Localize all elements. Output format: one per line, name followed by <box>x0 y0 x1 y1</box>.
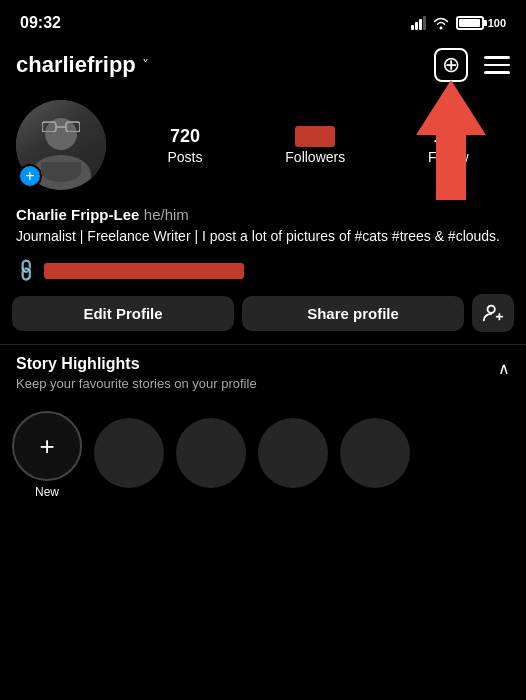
chevron-down-icon: ˅ <box>142 57 149 73</box>
username: charliefripp <box>16 52 136 78</box>
highlights-section: Story Highlights Keep your favourite sto… <box>0 344 526 399</box>
add-story-button[interactable]: + <box>18 164 42 188</box>
username-container[interactable]: charliefripp ˅ <box>16 52 149 78</box>
bio-description: Journalist | Freelance Writer | I post a… <box>16 226 510 247</box>
status-icons: 100 <box>411 16 506 30</box>
following-stat[interactable]: 108 Follow <box>428 126 468 165</box>
full-name: Charlie Fripp-Lee <box>16 206 139 223</box>
add-person-icon <box>482 302 504 324</box>
svg-rect-1 <box>66 122 80 132</box>
pronouns: he/him <box>144 206 189 223</box>
svg-point-3 <box>488 306 495 313</box>
header: charliefripp ˅ ⊕ <box>0 40 526 90</box>
followers-stat[interactable]: Followers <box>285 126 345 165</box>
story-4-container <box>340 418 410 492</box>
highlights-text: Story Highlights Keep your favourite sto… <box>16 355 257 393</box>
battery-icon <box>456 16 484 30</box>
highlights-title: Story Highlights <box>16 355 257 373</box>
add-icon: ⊕ <box>442 52 460 78</box>
new-story-container: + New <box>12 411 82 499</box>
highlights-header: Story Highlights Keep your favourite sto… <box>16 355 510 393</box>
followers-count <box>295 126 335 147</box>
stats-container: 720 Posts Followers 108 Follow <box>126 126 510 165</box>
link-icon: 🔗 <box>12 257 40 285</box>
add-person-button[interactable] <box>472 294 514 332</box>
status-time: 09:32 <box>20 14 61 32</box>
followers-label: Followers <box>285 149 345 165</box>
chevron-up-icon[interactable]: ∧ <box>498 355 510 378</box>
story-circle-2[interactable] <box>176 418 246 488</box>
story-2-container <box>176 418 246 492</box>
battery-container: 100 <box>456 16 506 30</box>
glasses-icon <box>42 120 80 132</box>
following-label: Follow <box>428 149 468 165</box>
bio-name-row: Charlie Fripp-Lee he/him <box>16 206 510 224</box>
header-actions: ⊕ <box>434 48 510 82</box>
wifi-icon <box>432 16 450 30</box>
posts-stat: 720 Posts <box>167 126 202 165</box>
story-1-container <box>94 418 164 492</box>
link-section: 🔗 <box>0 257 526 290</box>
profile-link[interactable] <box>44 263 244 279</box>
menu-icon <box>484 56 510 59</box>
edit-profile-button[interactable]: Edit Profile <box>12 296 234 331</box>
posts-label: Posts <box>167 149 202 165</box>
share-profile-button[interactable]: Share profile <box>242 296 464 331</box>
plus-icon: + <box>39 431 54 462</box>
story-circles-row: + New <box>0 399 526 507</box>
story-circle-1[interactable] <box>94 418 164 488</box>
avatar-container: + <box>16 100 106 190</box>
story-circle-3[interactable] <box>258 418 328 488</box>
posts-count: 720 <box>170 126 200 147</box>
highlights-subtitle: Keep your favourite stories on your prof… <box>16 375 257 393</box>
status-bar: 09:32 100 <box>0 0 526 40</box>
bio-section: Charlie Fripp-Lee he/him Journalist | Fr… <box>0 200 526 257</box>
new-story-label: New <box>35 485 59 499</box>
new-story-button[interactable]: + <box>12 411 82 481</box>
battery-label: 100 <box>488 17 506 29</box>
svg-rect-0 <box>42 122 56 132</box>
menu-button[interactable] <box>484 56 510 74</box>
story-3-container <box>258 418 328 492</box>
story-circle-4[interactable] <box>340 418 410 488</box>
signal-icon <box>411 16 426 30</box>
action-buttons: Edit Profile Share profile <box>0 290 526 344</box>
profile-section: + 720 Posts Followers 108 Follow <box>0 90 526 200</box>
add-content-button[interactable]: ⊕ <box>434 48 468 82</box>
following-count: 108 <box>433 126 463 147</box>
